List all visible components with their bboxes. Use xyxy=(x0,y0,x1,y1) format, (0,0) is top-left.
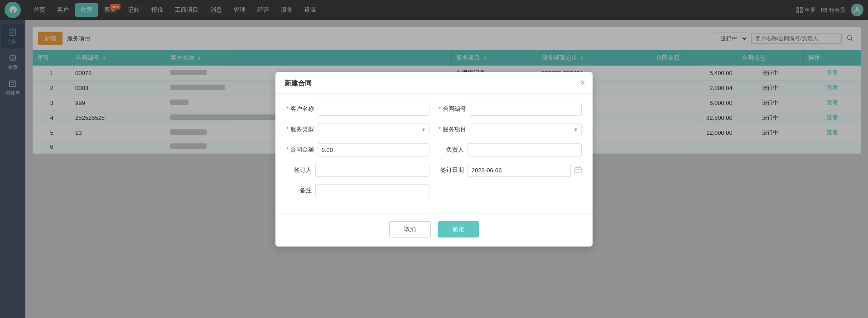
note-field: 备注 xyxy=(286,184,429,197)
modal-header: 新建合同 ✕ xyxy=(275,72,593,94)
confirm-button[interactable]: 确定 xyxy=(438,221,479,237)
owner-label: 负责人 xyxy=(439,146,464,154)
modal-title: 新建合同 xyxy=(285,79,312,87)
contract-amount-label: 合同金额 xyxy=(286,146,314,154)
form-row-5: 备注 xyxy=(286,184,582,197)
signer-label: 签订人 xyxy=(286,166,312,174)
calendar-icon[interactable] xyxy=(574,166,582,175)
sign-date-input[interactable] xyxy=(468,164,571,177)
modal-body: 客户名称 合同编号 服务类型 ▼ xyxy=(275,94,593,214)
service-type-select-wrapper: ▼ xyxy=(318,123,429,136)
contract-no-label: 合同编号 xyxy=(439,105,466,113)
modal-overlay: 新建合同 ✕ 客户名称 合同编号 服务类型 xyxy=(0,0,868,318)
cancel-button[interactable]: 取消 xyxy=(389,221,431,237)
svg-rect-18 xyxy=(575,167,581,173)
contract-no-input[interactable] xyxy=(470,103,582,116)
signer-field: 签订人 xyxy=(286,164,429,177)
contract-amount-field: 合同金额 xyxy=(286,143,429,157)
signer-input[interactable] xyxy=(315,164,429,177)
service-type-select[interactable] xyxy=(318,123,429,136)
note-input[interactable] xyxy=(315,184,429,197)
form-row-4: 签订人 签订日期 xyxy=(286,164,582,177)
sign-date-label: 签订日期 xyxy=(439,166,464,174)
note-label: 备注 xyxy=(286,186,312,195)
service-item-select-wrapper: ▼ xyxy=(470,123,582,136)
customer-name-field: 客户名称 xyxy=(286,103,429,116)
owner-field: 负责人 xyxy=(439,143,582,157)
owner-input[interactable] xyxy=(468,143,582,157)
modal-close-button[interactable]: ✕ xyxy=(579,78,585,87)
sign-date-field: 签订日期 xyxy=(439,164,582,177)
form-row-3: 合同金额 负责人 xyxy=(286,143,582,157)
service-item-select[interactable] xyxy=(470,123,582,136)
service-item-field: 服务项目 ▼ xyxy=(439,123,582,136)
service-type-field: 服务类型 ▼ xyxy=(286,123,429,136)
contract-no-field: 合同编号 xyxy=(439,103,582,116)
form-row-2: 服务类型 ▼ 服务项目 ▼ xyxy=(286,123,582,136)
service-item-label: 服务项目 xyxy=(439,125,466,133)
service-type-label: 服务类型 xyxy=(286,125,314,133)
customer-name-label: 客户名称 xyxy=(286,105,314,113)
create-contract-modal: 新建合同 ✕ 客户名称 合同编号 服务类型 xyxy=(275,72,593,247)
contract-amount-input[interactable] xyxy=(318,143,429,157)
customer-name-input[interactable] xyxy=(318,103,429,116)
form-row-1: 客户名称 合同编号 xyxy=(286,103,582,116)
modal-footer: 取消 确定 xyxy=(275,214,593,247)
